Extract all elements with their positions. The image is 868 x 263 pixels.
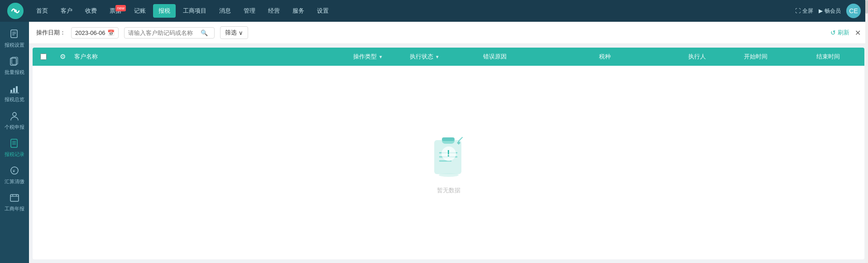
svg-rect-9: [13, 88, 15, 93]
th-checkbox[interactable]: [33, 54, 54, 60]
th-start-time: 开始时间: [719, 48, 792, 65]
nav-bar: 首页 客户 收费 票据 new 记账 报税 工商项目 消息 管理 经营 服务 设…: [31, 4, 795, 18]
sidebar-item-batch-tax[interactable]: 批量报税: [1, 53, 28, 79]
nav-service[interactable]: 服务: [287, 4, 310, 18]
sidebar-item-tax-settings[interactable]: 报税设置: [1, 25, 28, 52]
table-container: ⚙ 客户名称 操作类型 ▼ 执行状态 ▼ 错误原因 税种: [33, 48, 864, 259]
nav-customer[interactable]: 客户: [55, 4, 78, 18]
svg-rect-25: [442, 137, 455, 141]
select-all-checkbox[interactable]: [40, 54, 47, 60]
settle-icon: ¥: [10, 166, 19, 177]
sidebar-label-tax-settings: 报税设置: [5, 42, 24, 48]
svg-point-12: [13, 112, 16, 116]
th-status: 执行状态 ▼: [395, 48, 454, 65]
personal-tax-icon: [10, 111, 19, 122]
user-avatar[interactable]: CE: [846, 4, 861, 18]
date-picker[interactable]: 2023-06-06 📅: [71, 27, 119, 39]
search-box: 🔍: [124, 27, 215, 39]
refresh-label: 刷新: [838, 29, 849, 37]
top-nav-right: ⛶ 全屏 ▶ 畅会员 CE: [795, 4, 861, 18]
nav-operation[interactable]: 经营: [263, 4, 285, 18]
th-customer: 客户名称: [71, 48, 341, 65]
nav-tax[interactable]: 报税: [153, 4, 176, 18]
sidebar-label-tax-summary: 报税总览: [5, 97, 24, 102]
fullscreen-label: 全屏: [802, 7, 813, 15]
batch-tax-icon: [10, 56, 19, 68]
top-nav: 首页 客户 收费 票据 new 记账 报税 工商项目 消息 管理 经营 服务 设…: [0, 0, 868, 22]
content-area: 操作日期： 2023-06-06 📅 🔍 筛选 ∨ ↺ 刷新 ✕: [29, 22, 868, 263]
calendar-icon: 📅: [107, 29, 115, 36]
tax-record-icon: [10, 138, 19, 150]
member-icon: ▶: [819, 8, 823, 14]
svg-rect-10: [16, 86, 18, 93]
nav-industrial[interactable]: 工商项目: [177, 4, 212, 18]
sidebar-item-personal-tax[interactable]: 个税申报: [1, 107, 28, 134]
th-end-time: 结束时间: [792, 48, 864, 65]
filter-label: 筛选: [225, 29, 237, 37]
sidebar-item-settle[interactable]: ¥ 汇算清缴: [1, 162, 28, 188]
svg-text:!: !: [447, 148, 450, 158]
nav-message[interactable]: 消息: [214, 4, 236, 18]
nav-home[interactable]: 首页: [31, 4, 53, 18]
search-input[interactable]: [128, 29, 201, 36]
svg-rect-8: [10, 90, 12, 93]
close-button[interactable]: ✕: [855, 29, 861, 37]
invoice-badge: new: [115, 5, 126, 11]
date-label: 操作日期：: [36, 29, 66, 37]
sidebar: 报税设置 批量报税 报税总览: [0, 22, 29, 263]
nav-bookkeeping[interactable]: 记账: [129, 4, 151, 18]
toolbar: 操作日期： 2023-06-06 📅 🔍 筛选 ∨ ↺ 刷新 ✕: [29, 22, 868, 44]
th-settings[interactable]: ⚙: [54, 53, 71, 61]
date-value: 2023-06-06: [75, 29, 106, 36]
refresh-icon: ↺: [830, 29, 836, 36]
sidebar-label-batch-tax: 批量报税: [5, 69, 24, 75]
nav-settings[interactable]: 设置: [312, 4, 334, 18]
app-logo[interactable]: [7, 3, 24, 19]
sidebar-label-personal-tax: 个税申报: [5, 124, 24, 130]
sidebar-item-annual-report[interactable]: 工商年报: [1, 189, 28, 215]
empty-icon: !: [426, 131, 471, 181]
svg-point-1: [14, 10, 17, 12]
th-error: 错误原因: [454, 48, 536, 65]
svg-rect-13: [11, 139, 17, 147]
fullscreen-icon: ⛶: [795, 8, 801, 14]
th-op-type: 操作类型 ▼: [341, 48, 395, 65]
main-layout: 报税设置 批量报税 报税总览: [0, 22, 868, 263]
svg-rect-19: [10, 195, 19, 201]
table-header: ⚙ 客户名称 操作类型 ▼ 执行状态 ▼ 错误原因 税种: [33, 48, 864, 66]
settings-icon: ⚙: [60, 53, 66, 61]
th-tax-type: 税种: [536, 48, 674, 65]
sidebar-item-tax-record[interactable]: 报税记录: [1, 135, 28, 161]
refresh-button[interactable]: ↺ 刷新: [830, 29, 849, 37]
member-label: 畅会员: [825, 7, 841, 15]
status-filter-icon[interactable]: ▼: [435, 54, 440, 59]
svg-text:¥: ¥: [12, 169, 15, 173]
svg-point-33: [439, 173, 459, 177]
tax-settings-icon: [10, 29, 19, 40]
member-button[interactable]: ▶ 畅会员: [819, 7, 841, 15]
sidebar-label-tax-record: 报税记录: [5, 151, 24, 157]
sidebar-label-annual-report: 工商年报: [5, 206, 24, 212]
op-type-filter-icon[interactable]: ▼: [379, 54, 383, 59]
svg-line-31: [459, 137, 462, 141]
filter-chevron-icon: ∨: [239, 29, 243, 36]
search-icon[interactable]: 🔍: [201, 29, 208, 36]
nav-manage[interactable]: 管理: [238, 4, 261, 18]
nav-fee[interactable]: 收费: [80, 4, 102, 18]
th-executor: 执行人: [674, 48, 719, 65]
sidebar-label-settle: 汇算清缴: [5, 179, 24, 185]
nav-invoice[interactable]: 票据 new: [104, 4, 127, 18]
fullscreen-button[interactable]: ⛶ 全屏: [795, 7, 813, 15]
tax-summary-icon: [10, 83, 19, 95]
filter-button[interactable]: 筛选 ∨: [220, 26, 248, 39]
annual-report-icon: [10, 193, 19, 204]
empty-text: 暂无数据: [437, 186, 460, 195]
table-body: ! 暂无数据: [33, 66, 864, 259]
sidebar-item-tax-summary[interactable]: 报税总览: [1, 80, 28, 106]
empty-state: ! 暂无数据: [426, 131, 471, 195]
